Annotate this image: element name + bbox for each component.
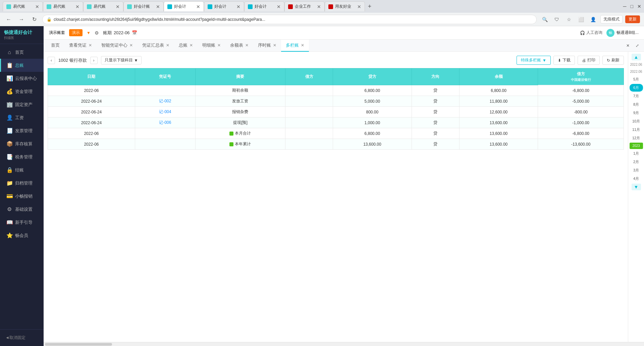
tab-5-close[interactable]: ✕ (196, 4, 200, 9)
close-tab-button[interactable]: ✕ (624, 42, 632, 50)
reload-button[interactable]: ↻ (30, 15, 39, 24)
next-subject-button[interactable]: › (90, 57, 98, 64)
tab-1[interactable]: 易代账 ✕ (3, 1, 43, 11)
tab-smart-close[interactable]: ✕ (129, 43, 133, 48)
tab-3-close[interactable]: ✕ (116, 4, 120, 9)
sub-filter-dropdown[interactable]: 只显示下级科目 ▼ (101, 56, 142, 64)
tab-general[interactable]: 总账 ✕ (174, 40, 198, 52)
maximize-button[interactable]: □ (631, 4, 633, 9)
month-nav-10[interactable]: 10月 (630, 117, 643, 125)
sidebar-item-expense[interactable]: 💳 小畅报销 (0, 190, 44, 203)
tab-smart[interactable]: 智能凭证中心 ✕ (97, 40, 138, 52)
sidebar-item-ledger[interactable]: 📋 总账 (0, 59, 44, 72)
url-bar[interactable]: 🔒 cloud2.chanjet.com/accounting/uh26t264… (42, 15, 537, 24)
sidebar-item-invoice[interactable]: 🧾 发票管理 (0, 124, 44, 137)
tab-9-close[interactable]: ✕ (357, 4, 361, 9)
star-icon[interactable]: ☆ (564, 15, 574, 24)
month-nav-6[interactable]: 6月 (630, 84, 643, 92)
sidebar-item-fund[interactable]: 💰 资金管理 (0, 85, 44, 98)
unpin-button[interactable]: ◄取消固定 (0, 332, 44, 343)
tab-1-close[interactable]: ✕ (35, 4, 39, 9)
print-button[interactable]: 🖨 打印 (578, 56, 600, 65)
month-scroll-up[interactable]: ▲ (632, 54, 641, 60)
tab-balance-close[interactable]: ✕ (245, 43, 249, 48)
month-nav-5[interactable]: 5月 (630, 76, 643, 83)
sidebar-item-salary[interactable]: 👤 工资 (0, 111, 44, 124)
back-button[interactable]: ← (4, 15, 13, 24)
tab-2[interactable]: 易代账 ✕ (43, 1, 83, 11)
tab-voucher[interactable]: 查看凭证 ✕ (64, 40, 97, 52)
tab-8-close[interactable]: ✕ (317, 4, 321, 9)
month-nav-2023-3[interactable]: 3月 (630, 166, 643, 174)
tab-7-close[interactable]: ✕ (277, 4, 281, 9)
sidebar-item-tax[interactable]: 📑 税务管理 (0, 150, 44, 163)
month-nav-12[interactable]: 12月 (630, 134, 643, 142)
month-nav-7[interactable]: 7月 (630, 92, 643, 100)
ledger-toolbar: ‹ 1002 银行存款 › 只显示下级科目 ▼ 特殊多栏账 ▼ (48, 56, 624, 65)
tab-9[interactable]: 用友好业 ✕ (325, 1, 365, 11)
calendar-icon[interactable]: 📅 (132, 30, 137, 35)
sidebar-item-assets[interactable]: 🏢 固定资产 (0, 98, 44, 111)
tab-6-close[interactable]: ✕ (236, 4, 240, 9)
tab-detail-close[interactable]: ✕ (217, 43, 221, 48)
tab-7[interactable]: 好会计 ✕ (244, 1, 284, 11)
tab-4[interactable]: 好会计账 ✕ (123, 1, 164, 11)
close-button[interactable]: ✕ (637, 4, 641, 9)
settings-gear-icon[interactable]: ⚙ (95, 30, 99, 36)
shield-icon[interactable]: 🛡 (552, 15, 561, 24)
special-multi-button[interactable]: 特殊多栏账 ▼ (517, 56, 551, 65)
month-nav-2023-1[interactable]: 1月 (630, 150, 643, 157)
sidebar-item-settings[interactable]: ⚙ 基础设置 (0, 203, 44, 216)
refresh-button[interactable]: ↻ 刷新 (602, 56, 624, 65)
period-label: 账期 (103, 30, 112, 36)
month-nav-9[interactable]: 9月 (630, 109, 643, 117)
tab-5[interactable]: 好会计 ✕ (164, 1, 204, 11)
wuhen-button[interactable]: 无痕模式 (600, 15, 623, 23)
tab-2-close[interactable]: ✕ (75, 4, 79, 9)
tab-multi[interactable]: 多栏账 ✕ (281, 40, 309, 52)
minimize-button[interactable]: ─ (623, 4, 627, 9)
search-icon[interactable]: 🔍 (540, 15, 549, 24)
sidebar-item-guide[interactable]: 📖 新手引导 (0, 216, 44, 229)
fullscreen-button[interactable]: ⤢ (633, 42, 641, 50)
tab-summary-close[interactable]: ✕ (166, 43, 169, 48)
customer-service-button[interactable]: 🎧 人工咨询 (580, 30, 602, 36)
extensions-icon[interactable]: ⬜ (576, 15, 586, 24)
month-scroll-down[interactable]: ▼ (632, 184, 641, 190)
month-nav-8[interactable]: 8月 (630, 101, 643, 108)
tab-balance[interactable]: 余额表 ✕ (225, 40, 253, 52)
tab-summary[interactable]: 凭证汇总表 ✕ (138, 40, 174, 52)
demo-dropdown-icon[interactable]: ▼ (87, 31, 91, 35)
update-button[interactable]: 更新 (625, 15, 640, 23)
tab-8[interactable]: 企业工作 ✕ (284, 1, 325, 11)
voucher-link[interactable]: 记-004 (159, 109, 171, 114)
tab-voucher-close[interactable]: ✕ (89, 43, 92, 48)
tab-6[interactable]: 好会计 ✕ (204, 1, 244, 11)
prev-subject-button[interactable]: ‹ (48, 57, 55, 64)
tab-home[interactable]: 首页 (46, 40, 64, 52)
sidebar-item-home[interactable]: ⌂ 首页 (0, 46, 44, 59)
month-nav-11[interactable]: 11月 (630, 126, 643, 134)
sidebar-item-report[interactable]: 📊 云报表中心 (0, 72, 44, 85)
tab-3[interactable]: 易代账 ✕ (83, 1, 123, 11)
month-nav-2023-4[interactable]: 4月 (630, 175, 643, 183)
sidebar-item-archive[interactable]: 📁 归档管理 (0, 177, 44, 190)
tab-general-close[interactable]: ✕ (190, 43, 193, 48)
sidebar-item-inventory[interactable]: 📦 库存核算 (0, 137, 44, 150)
user-profile-icon[interactable]: 👤 (588, 15, 598, 24)
download-button[interactable]: ⬇ 下载 (553, 56, 575, 65)
scroll-thumb[interactable] (45, 343, 112, 346)
horizontal-scrollbar[interactable] (44, 342, 644, 346)
new-tab-button[interactable]: + (365, 2, 374, 11)
forward-button[interactable]: → (17, 15, 26, 24)
sidebar-item-close[interactable]: 🔒 结账 (0, 163, 44, 177)
month-nav-2023-2[interactable]: 2月 (630, 158, 643, 166)
voucher-link[interactable]: 记-006 (159, 120, 171, 125)
sidebar-item-member[interactable]: ⭐ 畅会员 (0, 229, 44, 242)
tab-4-close[interactable]: ✕ (156, 4, 160, 9)
tab-multi-close[interactable]: ✕ (301, 43, 304, 48)
tab-detail[interactable]: 明细账 ✕ (198, 40, 225, 52)
tab-journal[interactable]: 序时账 ✕ (253, 40, 281, 52)
tab-journal-close[interactable]: ✕ (273, 43, 276, 48)
voucher-link[interactable]: 记-002 (159, 99, 171, 103)
